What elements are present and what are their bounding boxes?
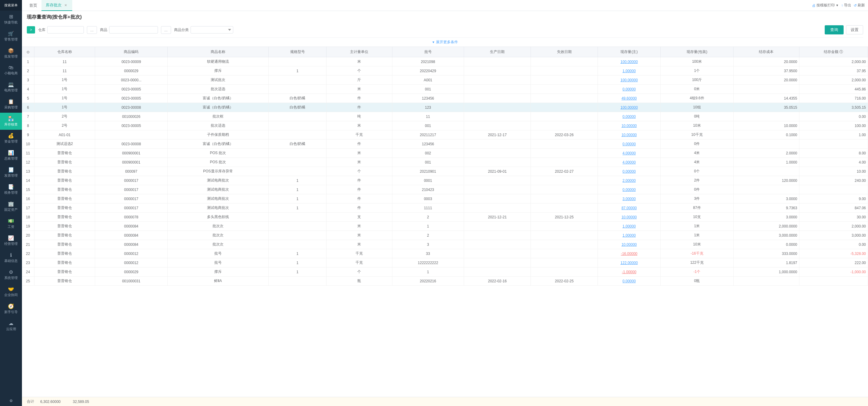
cell-qty-main[interactable]: -16.00000 bbox=[598, 249, 661, 258]
cell-qty-main[interactable]: 4.00000 bbox=[598, 158, 661, 167]
cell-batch: 1111 bbox=[392, 203, 464, 212]
sidebar-item-ops[interactable]: 📈 经营管理 bbox=[0, 232, 22, 249]
sidebar-item-basic-info[interactable]: ℹ 基础信息 bbox=[0, 249, 22, 266]
cell-prod-date bbox=[464, 94, 531, 103]
sidebar-item-mini-ecom[interactable]: 🛍 小额电商 bbox=[0, 62, 22, 78]
sidebar-item-sys[interactable]: ⚙ 系统管理 bbox=[0, 266, 22, 283]
sidebar-item-quick-nav[interactable]: ⊞ 快捷导航 bbox=[0, 11, 22, 28]
expand-conditions-btn[interactable]: ▼ 展开更多条件 bbox=[430, 39, 460, 45]
sidebar-item-ecom[interactable]: 💻 电商管理 bbox=[0, 78, 22, 96]
cell-seq: 10 bbox=[22, 139, 34, 149]
cell-qty-main[interactable]: 100.00000 bbox=[598, 57, 661, 66]
sidebar-logo[interactable]: 搜索菜单 bbox=[0, 0, 22, 11]
cell-exp-date bbox=[531, 158, 598, 167]
cell-qty-main[interactable]: 1.00000 bbox=[598, 66, 661, 75]
cell-qty-main[interactable]: 0.00000 bbox=[598, 167, 661, 176]
category-select[interactable] bbox=[191, 26, 233, 34]
cell-spec bbox=[269, 276, 327, 286]
cell-batch: 1 bbox=[392, 267, 464, 276]
tab-current[interactable]: 库存批次 ✕ bbox=[41, 0, 72, 11]
sidebar-item-retail[interactable]: 🛒 零售管理 bbox=[0, 28, 22, 45]
table-row: 1 11 0023-00009 软硬通用物流 米 2021098 100.000… bbox=[22, 57, 868, 66]
warehouse-dots-btn[interactable]: ... bbox=[87, 26, 97, 34]
cell-exp-date: 2021-12-25 bbox=[531, 212, 598, 222]
cell-qty-main[interactable]: 1.00000 bbox=[598, 231, 661, 240]
cell-spec bbox=[269, 231, 327, 240]
cell-qty-main[interactable]: 100.00000 bbox=[598, 75, 661, 85]
product-dots-btn[interactable]: ... bbox=[161, 26, 171, 34]
cell-qty-main[interactable]: 4.00000 bbox=[598, 149, 661, 158]
sidebar-item-fixed-assets[interactable]: 🏢 固定资产 bbox=[0, 198, 22, 215]
query-btn[interactable]: 查询 bbox=[825, 25, 844, 34]
sidebar-item-wholesale[interactable]: 📦 批发管理 bbox=[0, 45, 22, 62]
sidebar-item-general[interactable]: 📊 总账管理 bbox=[0, 147, 22, 164]
table-row: 24 普普铬仓 0000029 撑斥 1 个 1 -1.00000 -1个 1,… bbox=[22, 267, 868, 276]
cell-warehouse: 1号 bbox=[34, 103, 95, 112]
cell-qty-main[interactable]: 0.00000 bbox=[598, 85, 661, 94]
cell-qty-main[interactable]: 3.00000 bbox=[598, 194, 661, 203]
cell-code: 0000084 bbox=[95, 231, 167, 240]
sidebar-item-inventory[interactable]: 🏪 库存核查 bbox=[0, 113, 22, 130]
refresh-action-btn[interactable]: ↺ 刷新 bbox=[854, 3, 865, 8]
cell-warehouse: 普普铬仓 bbox=[34, 149, 95, 158]
cell-name: 软硬通用物流 bbox=[167, 57, 269, 66]
cell-unit: 米 bbox=[327, 158, 392, 167]
cell-qty-main[interactable]: 1.00000 bbox=[598, 222, 661, 231]
inventory-table: ⊙ 仓库名称 商品编码 商品名称 规格型号 主计量单位 批号 生产日期 失效日期… bbox=[22, 47, 868, 286]
table-row: 16 普普铬仓 0000017 测试电商批次 1 件 0003 3.00000 … bbox=[22, 194, 868, 203]
cell-qty-main[interactable]: 100.00000 bbox=[598, 103, 661, 112]
print-action-btn[interactable]: 🖨 按模板打印 ▼ bbox=[812, 3, 839, 8]
sidebar-item-finance[interactable]: 💰 资金管理 bbox=[0, 130, 22, 147]
cell-batch: 11 bbox=[392, 112, 464, 121]
product-input[interactable] bbox=[109, 26, 158, 34]
cell-qty-main[interactable]: 0.00000 bbox=[598, 276, 661, 286]
col-seq: ⊙ bbox=[22, 47, 34, 57]
main-content: 首页 库存批次 ✕ 🖨 按模板打印 ▼ ↑ 导出 ↺ 刷新 现存量查询(按仓库+… bbox=[22, 0, 868, 406]
cell-seq: 21 bbox=[22, 240, 34, 249]
cell-qty-main[interactable]: 122.00000 bbox=[598, 258, 661, 267]
tab-home[interactable]: 首页 bbox=[25, 0, 41, 11]
table-footer: 合计 6,302.60000 32,589.05 bbox=[22, 397, 868, 406]
search-expand-btn[interactable]: > bbox=[27, 26, 35, 34]
sidebar-item-payroll[interactable]: 💵 工资 bbox=[0, 215, 22, 232]
cell-qty-main[interactable]: 10.00000 bbox=[598, 212, 661, 222]
print-icon: 🖨 bbox=[812, 3, 815, 8]
cell-code: 0023-00008 bbox=[95, 139, 167, 149]
invoice-icon: 🧾 bbox=[1, 167, 21, 173]
cell-name: 批次次 bbox=[167, 240, 269, 249]
cell-qty-main[interactable]: 0.00000 bbox=[598, 185, 661, 194]
page-title: 现存量查询(按仓库+批次) bbox=[27, 14, 863, 21]
sidebar-item-purchase[interactable]: 📋 采购管理 bbox=[0, 96, 22, 113]
export-action-btn[interactable]: ↑ 导出 bbox=[841, 3, 851, 8]
tab-close-btn[interactable]: ✕ bbox=[63, 0, 68, 11]
cell-code: 000900001 bbox=[95, 158, 167, 167]
cell-name: 子件保质期档 bbox=[167, 130, 269, 139]
sidebar-settings[interactable]: ⚙ bbox=[0, 396, 22, 406]
cell-qty-main[interactable]: 10.00000 bbox=[598, 130, 661, 139]
cell-warehouse: 普普铬仓 bbox=[34, 203, 95, 212]
sidebar-item-guide[interactable]: 🧭 新手引导 bbox=[0, 300, 22, 317]
cell-cost bbox=[733, 167, 799, 176]
cell-qty-main[interactable]: 0.00000 bbox=[598, 112, 661, 121]
cell-spec: 1 bbox=[269, 176, 327, 185]
sidebar-item-invoice[interactable]: 🧾 发票管理 bbox=[0, 164, 22, 181]
warehouse-input[interactable] bbox=[47, 26, 84, 34]
cell-name: 批次适选 bbox=[167, 85, 269, 94]
sidebar-item-tax[interactable]: 📑 税务管理 bbox=[0, 181, 22, 198]
sidebar-item-collab[interactable]: 🤝 企业协同 bbox=[0, 283, 22, 300]
cell-qty-main[interactable]: -1.00000 bbox=[598, 267, 661, 276]
cell-qty-main[interactable]: 49.60000 bbox=[598, 94, 661, 103]
cell-qty-main[interactable]: 87.00000 bbox=[598, 203, 661, 212]
cell-qty-main[interactable]: 2.00000 bbox=[598, 176, 661, 185]
cell-name: POS显示库存异常 bbox=[167, 167, 269, 176]
cell-qty-main[interactable]: 10.00000 bbox=[598, 121, 661, 130]
cell-qty-main[interactable]: 0.00000 bbox=[598, 139, 661, 149]
cell-qty-main[interactable]: 10.00000 bbox=[598, 240, 661, 249]
print-dropdown-icon[interactable]: ▼ bbox=[836, 4, 839, 7]
cell-spec bbox=[269, 112, 327, 121]
cell-name: POS 批次 bbox=[167, 158, 269, 167]
set-btn[interactable]: 设置 bbox=[846, 25, 863, 34]
sidebar-item-cloud[interactable]: ☁ 云应用 bbox=[0, 317, 22, 334]
col-qty-main: 现存量(主) bbox=[598, 47, 661, 57]
footer-label: 合计 bbox=[27, 399, 34, 404]
